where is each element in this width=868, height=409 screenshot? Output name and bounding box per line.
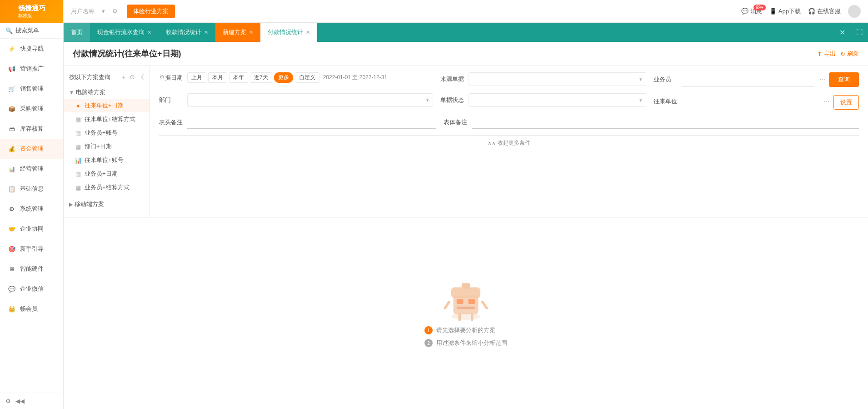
search-menu[interactable]: 🔍 搜索菜单 <box>0 23 63 39</box>
date-last-7days[interactable]: 近7天 <box>250 72 272 83</box>
date-custom-button[interactable]: 自定义 <box>295 72 319 83</box>
tab-bank[interactable]: 现金银行流水查询 ✕ <box>90 23 159 42</box>
partner-more-button[interactable]: ··· <box>824 97 830 106</box>
scheme-chart-icon: 📊 <box>75 157 82 164</box>
svg-rect-4 <box>457 307 475 309</box>
tab-receipt[interactable]: 收款情况统计 ✕ <box>159 23 215 42</box>
date-this-month[interactable]: 本月 <box>208 72 227 83</box>
scheme-panel-icons: ＋ ⊙ 《 <box>120 73 144 81</box>
tab-payment[interactable]: 付款情况统计 ✕ <box>260 23 317 42</box>
header-note-input[interactable] <box>187 116 436 129</box>
export-icon: ⬆ <box>817 50 822 57</box>
collapse-more-button[interactable]: ∧∧ 收起更多条件 <box>159 135 859 151</box>
svg-rect-3 <box>469 299 475 304</box>
add-scheme-icon[interactable]: ＋ <box>120 73 127 81</box>
tab-new-scheme[interactable]: 新建方案 ✕ <box>215 23 260 42</box>
tab-home[interactable]: 首页 <box>64 23 90 42</box>
scheme-item-label: 往来单位+结算方式 <box>85 115 135 123</box>
message-button[interactable]: 💬 消息 99+ <box>741 7 762 15</box>
empty-hints: 1 请先选择要分析的方案 2 用过滤条件来缩小分析范围 <box>424 326 507 352</box>
sidebar-item-purchase[interactable]: 📦 采购管理 <box>0 99 63 119</box>
trial-button[interactable]: 体验行业方案 <box>127 5 175 18</box>
app-download-button[interactable]: 📱 App下载 <box>769 7 801 15</box>
scheme-table-icon: ▦ <box>75 143 82 150</box>
filter-item-date: 单据日期 上月 本月 本年 近7天 更多 自定义 2022-01-01 至 20… <box>159 72 433 83</box>
partner-select[interactable] <box>682 95 818 108</box>
scheme-item-label: 部门+日期 <box>85 142 112 151</box>
date-this-year[interactable]: 本年 <box>229 72 248 83</box>
scheme-item-dept-date[interactable]: ▦ 部门+日期 <box>64 140 150 153</box>
sidebar-item-guide[interactable]: 🎯 新手引导 <box>0 239 63 259</box>
expand-tabs-button[interactable]: ⛶ <box>851 29 868 36</box>
sidebar-item-finance[interactable]: 💰 资金管理 <box>0 139 63 159</box>
sidebar-item-basic[interactable]: 📋 基础信息 <box>0 179 63 199</box>
body-note-input[interactable] <box>472 116 859 129</box>
sidebar-item-sales[interactable]: 🛒 销售管理 <box>0 79 63 99</box>
scheme-item-unit-account[interactable]: 📊 往来单位+账号 <box>64 153 150 167</box>
desktop-group-header[interactable]: ▼ 电脑端方案 <box>64 86 150 99</box>
scheme-item-staff-date[interactable]: ▦ 业务员+日期 <box>64 167 150 181</box>
tabs-right-actions: ✕ ⛶ <box>834 28 868 37</box>
body-note-label: 表体备注 <box>444 118 468 126</box>
doc-status-select[interactable]: ▾ <box>469 93 646 107</box>
tab-receipt-close[interactable]: ✕ <box>204 30 208 35</box>
staff-select[interactable] <box>682 73 814 86</box>
hint-1-number: 1 <box>424 326 433 334</box>
user-avatar[interactable] <box>848 5 861 18</box>
sidebar-logo: 畅捷通巧 标准版 <box>0 0 63 23</box>
dept-arrow-icon: ▾ <box>426 97 429 103</box>
scheme-item-unit-settle[interactable]: ▦ 往来单位+结算方式 <box>64 112 150 126</box>
scheme-settings-icon[interactable]: ⊙ <box>130 73 135 81</box>
dept-select[interactable]: ▾ <box>187 93 433 107</box>
collapse-scheme-icon[interactable]: 《 <box>138 73 144 81</box>
empty-hint-2: 2 用过滤条件来缩小分析范围 <box>424 339 507 347</box>
filter-item-dept: 部门 ▾ <box>159 93 433 107</box>
date-label: 单据日期 <box>159 74 184 82</box>
sidebar-item-wechat[interactable]: 💬 企业微信 <box>0 279 63 299</box>
sidebar-label: 智能硬件 <box>20 265 44 273</box>
export-button[interactable]: ⬆ 导出 <box>817 50 836 58</box>
staff-more-button[interactable]: ··· <box>819 76 825 84</box>
sidebar-label: 资金管理 <box>20 145 44 153</box>
date-last-month[interactable]: 上月 <box>187 72 206 83</box>
source-select[interactable]: ▾ <box>469 72 646 86</box>
sidebar-label: 采购管理 <box>20 105 44 113</box>
sidebar-gear-button[interactable]: ⚙ <box>5 398 11 404</box>
scheme-item-staff-settle[interactable]: ▦ 业务员+结算方式 <box>64 181 150 194</box>
sidebar-item-quick-nav[interactable]: ⚡ 快捷导航 <box>0 39 63 59</box>
dept-label: 部门 <box>159 96 184 104</box>
app-icon: 📱 <box>769 8 777 15</box>
sidebar-item-hardware[interactable]: 🖥 智能硬件 <box>0 259 63 279</box>
scheme-table-icon: ▦ <box>75 116 82 123</box>
sidebar-item-operation[interactable]: 📊 经营管理 <box>0 159 63 179</box>
service-label: 在线客服 <box>817 7 841 15</box>
online-service-button[interactable]: 🎧 在线客服 <box>808 7 841 15</box>
sidebar-item-enterprise[interactable]: 🤝 企业协同 <box>0 219 63 239</box>
hint-2-number: 2 <box>424 339 433 347</box>
scheme-panel: 按以下方案查询 ＋ ⊙ 《 ▼ 电脑端方案 ● 往来单位+日期 <box>64 66 150 217</box>
refresh-button[interactable]: ↻ 刷新 <box>840 50 859 58</box>
query-button[interactable]: 查询 <box>829 72 859 87</box>
topbar-settings-icon[interactable]: ⚙ <box>112 8 118 15</box>
tab-home-label: 首页 <box>71 28 83 36</box>
mobile-group-header[interactable]: ▶ 移动端方案 <box>64 198 150 211</box>
sidebar-item-marketing[interactable]: 📢 营销推广 <box>0 59 63 79</box>
tab-payment-close[interactable]: ✕ <box>306 30 310 35</box>
content-area: 付款情况统计(往来单位+日期) ⬆ 导出 ↻ 刷新 按以下方案查询 ＋ <box>64 42 868 409</box>
sidebar-item-member[interactable]: 👑 畅会员 <box>0 299 63 319</box>
scheme-item-unit-date[interactable]: ● 往来单位+日期 <box>64 99 150 112</box>
sidebar-collapse-button[interactable]: ◀◀ <box>15 398 25 404</box>
desktop-arrow-icon: ▼ <box>69 90 74 95</box>
settings-button[interactable]: 设置 <box>833 95 859 110</box>
partner-label: 往来单位 <box>653 97 678 106</box>
refresh-icon: ↻ <box>840 50 845 57</box>
date-more-button[interactable]: 更多 <box>274 72 293 83</box>
tab-new-close[interactable]: ✕ <box>249 30 253 35</box>
topbar-dropdown-arrow[interactable]: ▾ <box>102 8 105 15</box>
scheme-item-staff-account[interactable]: ▦ 业务员+账号 <box>64 126 150 140</box>
sidebar-item-inventory[interactable]: 🗃 库存核算 <box>0 119 63 139</box>
close-all-tabs-button[interactable]: ✕ <box>834 28 851 37</box>
tab-bar: 首页 现金银行流水查询 ✕ 收款情况统计 ✕ 新建方案 ✕ 付款情况统计 ✕ ✕… <box>64 23 868 42</box>
sidebar-item-system[interactable]: ⚙ 系统管理 <box>0 199 63 219</box>
tab-bank-close[interactable]: ✕ <box>147 30 151 35</box>
